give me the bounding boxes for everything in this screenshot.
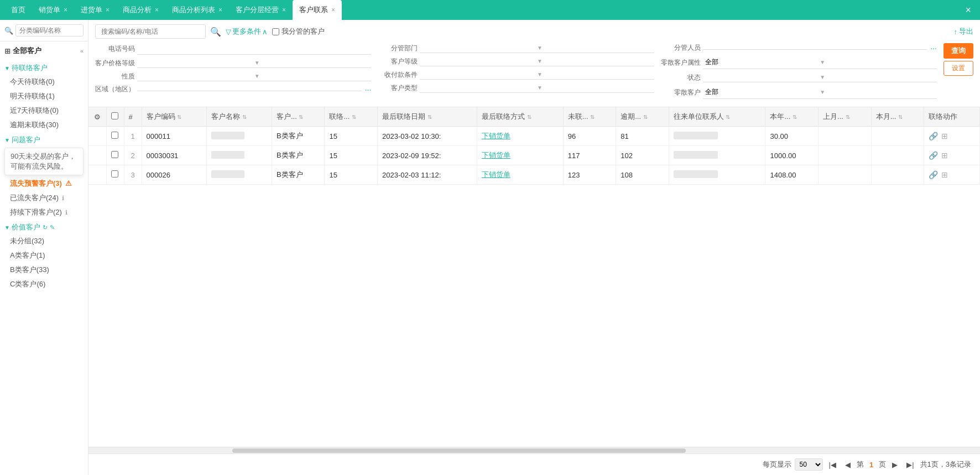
region-dots[interactable]: ··· — [365, 85, 372, 94]
tab-close-sales[interactable]: × — [64, 6, 67, 14]
prev-page-button[interactable]: ◀ — [842, 460, 853, 470]
my-customers-checkbox[interactable] — [272, 28, 279, 35]
filter-payment-select[interactable]: ▼ — [420, 70, 654, 80]
col-unit-contact[interactable]: 往来单位联系人 ⇅ — [669, 107, 765, 127]
row2-checkbox[interactable] — [106, 146, 124, 165]
horizontal-scrollbar[interactable] — [88, 447, 980, 453]
col-last-contact-way[interactable]: 最后联络方式 ⇅ — [477, 107, 564, 127]
collapse-icon[interactable]: « — [80, 48, 84, 54]
row3-last-way[interactable]: 下销货单 — [477, 165, 564, 185]
sidebar-item-today[interactable]: 今天待联络(0) — [0, 75, 88, 89]
last-page-button[interactable]: ▶| — [904, 460, 916, 470]
tab-customer-contact[interactable]: 客户联系 × — [293, 0, 342, 20]
row2-contact: 15 — [325, 146, 378, 165]
sidebar-item-overdue[interactable]: 逾期未联络(30) — [0, 118, 88, 132]
filter-top-row: 🔍 ▽ 更多条件 ∧ 我分管的客户 ↑ 导出 — [95, 24, 973, 39]
col-contact[interactable]: 联络... ⇅ — [325, 107, 378, 127]
window-close-button[interactable]: × — [961, 4, 976, 16]
row1-select[interactable] — [111, 132, 118, 139]
filter-phone-input[interactable] — [137, 43, 371, 55]
export-button[interactable]: ↑ 导出 — [954, 27, 974, 36]
filter-zero-attr-select[interactable]: 全部▼ — [703, 56, 937, 69]
filter-icon: ▽ — [226, 28, 231, 36]
per-page-select[interactable]: 50 20 100 — [795, 458, 823, 471]
sidebar-group-pending[interactable]: ▼ 待联络客户 — [0, 60, 88, 75]
my-customers-checkbox-label[interactable]: 我分管的客户 — [272, 27, 325, 36]
scrollbar-thumb[interactable] — [232, 448, 686, 453]
tab-sales[interactable]: 销货单 × — [32, 0, 74, 20]
filter-more-button[interactable]: ▽ 更多条件 ∧ — [226, 27, 268, 36]
sidebar-all-customers[interactable]: ⊞ 全部客户 « — [0, 41, 88, 60]
filter-person-select[interactable] — [703, 46, 927, 50]
row3-link-icon[interactable]: 🔗 — [929, 170, 938, 179]
first-page-button[interactable]: |◀ — [826, 460, 839, 470]
col-checkbox[interactable] — [106, 107, 124, 127]
edit-icon[interactable]: ✎ — [50, 224, 55, 231]
sidebar-group-problem[interactable]: ▼ 问题客户 — [0, 132, 88, 147]
row3-grid-icon[interactable]: ⊞ — [941, 170, 948, 179]
tab-product-analysis[interactable]: 商品分析 × — [116, 0, 165, 20]
filter-search-input[interactable] — [95, 24, 206, 39]
col-not-contacted[interactable]: 未联... ⇅ — [563, 107, 616, 127]
sidebar-item-c-class[interactable]: C类客户(6) — [0, 277, 88, 291]
select-all-checkbox[interactable] — [111, 112, 118, 119]
col-last-contact-date[interactable]: 最后联络日期 ⇅ — [378, 107, 477, 127]
row1-overdue: 81 — [616, 127, 669, 146]
tab-close-product-analysis-list[interactable]: × — [218, 6, 222, 14]
row1-checkbox[interactable] — [106, 127, 124, 146]
tab-customer-layer[interactable]: 客户分层经营 × — [229, 0, 293, 20]
sidebar-item-churn-warning[interactable]: 流失预警客户(3) ⚠ — [0, 176, 88, 191]
row1-name-blurred — [211, 132, 244, 139]
filter-nature-select[interactable]: ▼ — [137, 71, 371, 81]
refresh-icon[interactable]: ↻ — [43, 224, 48, 231]
sidebar-item-a-class[interactable]: A类客户(1) — [0, 248, 88, 263]
row1-link-icon[interactable]: 🔗 — [929, 132, 938, 140]
tab-close-purchase[interactable]: × — [106, 6, 110, 14]
row1-last-way[interactable]: 下销货单 — [477, 127, 564, 146]
col-this-month[interactable]: 本月... ⇅ — [871, 107, 924, 127]
sidebar-search-input[interactable] — [15, 24, 84, 36]
row3-select[interactable] — [111, 170, 118, 178]
tab-purchase[interactable]: 进货单 × — [74, 0, 116, 20]
filter-price-level-select[interactable]: ▼ — [137, 58, 371, 68]
person-dots[interactable]: ··· — [930, 44, 937, 53]
sidebar-item-declining[interactable]: 持续下滑客户(2) ℹ — [0, 205, 88, 220]
filter-region-select[interactable] — [137, 87, 362, 91]
row2-select[interactable] — [111, 151, 118, 158]
col-overdue[interactable]: 逾期... ⇅ — [616, 107, 669, 127]
col-name[interactable]: 客户名称 ⇅ — [207, 107, 272, 127]
filter-customer-level-select[interactable]: ▼ — [420, 56, 654, 66]
col-last-month[interactable]: 上月... ⇅ — [819, 107, 872, 127]
row3-checkbox[interactable] — [106, 165, 124, 185]
tab-home[interactable]: 首页 — [4, 0, 32, 20]
tab-close-customer-layer[interactable]: × — [282, 6, 286, 14]
filter-zero-customer-select[interactable]: 全部▼ — [703, 86, 937, 99]
row2-grid-icon[interactable]: ⊞ — [941, 151, 948, 160]
sidebar-item-tomorrow[interactable]: 明天待联络(1) — [0, 89, 88, 103]
table-row: 1 000011 B类客户 15 2023-03-02 10:30: 下销货单 … — [88, 127, 980, 146]
col-this-year[interactable]: 本年... ⇅ — [765, 107, 819, 127]
filter-status-select[interactable]: ▼ — [703, 72, 937, 82]
query-button[interactable]: 查询 — [943, 43, 973, 59]
filter-search-button[interactable]: 🔍 — [210, 27, 221, 37]
row3-unit-contact — [669, 165, 765, 185]
col-type[interactable]: 客户... ⇅ — [272, 107, 325, 127]
filter-dept-select[interactable]: ▼ — [420, 43, 654, 53]
row1-grid-icon[interactable]: ⊞ — [941, 132, 948, 140]
filter-extended: 电话号码 客户价格等级 ▼ 性质 ▼ — [95, 43, 973, 102]
row2-last-way[interactable]: 下销货单 — [477, 146, 564, 165]
sidebar-item-churned[interactable]: 已流失客户(24) ℹ — [0, 191, 88, 205]
row2-link-icon[interactable]: 🔗 — [929, 151, 938, 160]
next-page-button[interactable]: ▶ — [889, 460, 900, 470]
filter-customer-type-select[interactable]: ▼ — [420, 83, 654, 93]
tab-close-customer-contact[interactable]: × — [331, 6, 335, 14]
sidebar-item-b-class[interactable]: B类客户(33) — [0, 263, 88, 277]
settings-button[interactable]: 设置 — [943, 61, 973, 76]
sidebar-item-7days[interactable]: 近7天待联络(0) — [0, 103, 88, 118]
tab-close-product-analysis[interactable]: × — [155, 6, 159, 14]
sidebar-item-ungroup[interactable]: 未分组(32) — [0, 234, 88, 248]
col-settings[interactable]: ⚙ — [88, 107, 106, 127]
sidebar-group-value[interactable]: ▼ 价值客户 ↻ ✎ — [0, 220, 88, 234]
tab-product-analysis-list[interactable]: 商品分析列表 × — [165, 0, 229, 20]
col-code[interactable]: 客户编码 ⇅ — [142, 107, 207, 127]
